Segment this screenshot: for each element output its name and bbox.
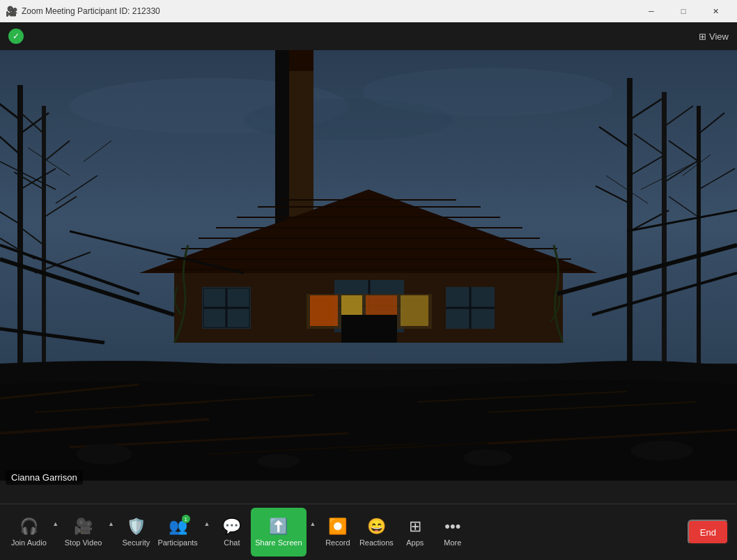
reactions-button[interactable]: 😄 Reactions bbox=[357, 508, 396, 557]
toolbar: 🎧 Join Audio ▲ 🎥 Stop Video ▲ 🛡️ Securit… bbox=[0, 504, 737, 560]
chat-button[interactable]: 💬 Chat bbox=[213, 508, 251, 557]
headphone-icon: 🎧 bbox=[20, 518, 38, 536]
more-button[interactable]: ••• More bbox=[434, 508, 472, 557]
record-icon: ⏺️ bbox=[328, 518, 347, 536]
more-icon: ••• bbox=[444, 518, 460, 536]
svg-point-91 bbox=[630, 441, 693, 460]
end-button[interactable]: End bbox=[688, 520, 729, 545]
chat-group: 💬 Chat bbox=[213, 508, 251, 557]
view-icon: ⊞ bbox=[699, 31, 706, 42]
svg-rect-71 bbox=[401, 295, 428, 326]
chat-icon: 💬 bbox=[222, 518, 241, 536]
shield-icon: 🛡️ bbox=[127, 518, 146, 536]
participants-button[interactable]: 👥1 Participants bbox=[155, 508, 200, 557]
svg-rect-75 bbox=[341, 315, 397, 343]
scene-svg bbox=[0, 50, 737, 481]
participants-group: 👥1 Participants ▲ bbox=[155, 508, 212, 557]
join-audio-group: 🎧 Join Audio ▲ bbox=[8, 508, 62, 557]
close-button[interactable]: ✕ bbox=[699, 0, 731, 22]
share-screen-group: ⬆️ Share Screen ▲ bbox=[251, 508, 319, 557]
svg-rect-35 bbox=[697, 106, 701, 371]
security-button[interactable]: 🛡️ Security bbox=[117, 508, 155, 557]
stop-video-group: 🎥 Stop Video ▲ bbox=[62, 508, 118, 557]
record-button[interactable]: ⏺️ Record bbox=[319, 508, 357, 557]
participants-arrow[interactable]: ▲ bbox=[201, 508, 213, 557]
shield-badge: ✓ bbox=[8, 29, 24, 44]
participant-name-label: Cianna Garrison bbox=[6, 470, 83, 485]
svg-rect-25 bbox=[627, 78, 633, 371]
join-audio-arrow[interactable]: ▲ bbox=[49, 508, 62, 557]
view-button[interactable]: ⊞ View bbox=[699, 31, 729, 42]
stop-video-arrow[interactable]: ▲ bbox=[104, 508, 117, 557]
participants-icon: 👥1 bbox=[169, 518, 187, 536]
video-icon: 🎥 bbox=[74, 518, 93, 536]
more-group: ••• More bbox=[434, 508, 472, 557]
record-group: ⏺️ Record bbox=[319, 508, 357, 557]
app-icon: 🎥 bbox=[6, 6, 17, 17]
toolbar-right: End bbox=[688, 520, 729, 545]
share-screen-button[interactable]: ⬆️ Share Screen bbox=[251, 508, 307, 557]
apps-group: ⊞ Apps bbox=[396, 508, 434, 557]
svg-rect-10 bbox=[42, 106, 46, 371]
svg-point-89 bbox=[258, 454, 300, 468]
reactions-group: 😄 Reactions bbox=[357, 508, 396, 557]
svg-rect-24 bbox=[289, 50, 313, 71]
titlebar: 🎥 Zoom Meeting Participant ID: 212330 ─ … bbox=[0, 0, 737, 22]
titlebar-controls: ─ □ ✕ bbox=[635, 0, 731, 22]
video-area bbox=[0, 50, 737, 481]
apps-button[interactable]: ⊞ Apps bbox=[396, 508, 434, 557]
titlebar-left: 🎥 Zoom Meeting Participant ID: 212330 bbox=[6, 6, 160, 17]
apps-icon: ⊞ bbox=[409, 518, 421, 536]
stop-video-button[interactable]: 🎥 Stop Video bbox=[62, 508, 105, 557]
minimize-button[interactable]: ─ bbox=[635, 0, 667, 22]
video-background bbox=[0, 50, 737, 481]
titlebar-title: Zoom Meeting Participant ID: 212330 bbox=[22, 6, 160, 16]
join-audio-button[interactable]: 🎧 Join Audio bbox=[8, 508, 49, 557]
share-screen-arrow[interactable]: ▲ bbox=[307, 508, 319, 557]
share-screen-icon: ⬆️ bbox=[269, 518, 288, 536]
maximize-button[interactable]: □ bbox=[667, 0, 699, 22]
security-group: 🛡️ Security bbox=[117, 508, 155, 557]
svg-point-88 bbox=[77, 444, 132, 465]
svg-rect-68 bbox=[310, 295, 338, 326]
reactions-icon: 😄 bbox=[367, 518, 386, 536]
header-bar: ✓ ⊞ View bbox=[0, 22, 737, 50]
view-label: View bbox=[709, 31, 729, 42]
svg-rect-31 bbox=[662, 92, 667, 371]
svg-point-90 bbox=[463, 449, 512, 466]
participant-count-badge: 1 bbox=[182, 515, 190, 523]
